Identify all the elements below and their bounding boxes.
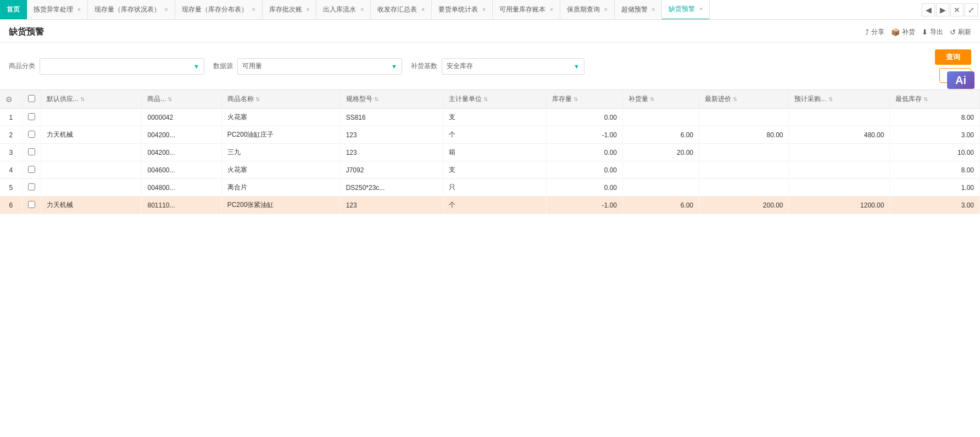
row-supplier: 力天机械: [41, 197, 142, 214]
tab-close-icon[interactable]: ×: [482, 7, 486, 13]
replenish-basis-value: 安全库存: [447, 61, 473, 71]
tab-label: 拣货异常处理: [34, 5, 73, 14]
tab-collect-summary[interactable]: 收发存汇总表×: [371, 0, 432, 20]
tab-batch-account[interactable]: 库存批次账×: [263, 0, 317, 20]
row-spec: J7092: [340, 161, 443, 179]
row-min-stock: 8.00: [890, 109, 980, 126]
col-stock: 库存量 ⇅: [547, 90, 623, 109]
sort-est-purchase-icon[interactable]: ⇅: [828, 96, 833, 102]
row-latest-price: [699, 109, 789, 126]
tab-close-icon[interactable]: ×: [252, 7, 255, 13]
filter-bar: 商品分类 ▼ 数据源 可用量 ▼ 补货基数 安全库存 ▼ 查询 设置: [0, 43, 980, 89]
row-product-code: 004200...: [142, 126, 221, 144]
row-checkbox[interactable]: [28, 201, 35, 208]
tab-next-btn[interactable]: ▶: [936, 3, 949, 16]
sort-spec-icon[interactable]: ⇅: [374, 96, 378, 102]
row-stock: -1.00: [547, 197, 623, 214]
row-checkbox[interactable]: [28, 166, 35, 173]
tab-home[interactable]: 首页: [0, 0, 27, 20]
row-est-purchase: 480.00: [789, 126, 890, 144]
row-checkbox[interactable]: [28, 148, 35, 155]
tab-in-out-flow[interactable]: 出入库流水×: [316, 0, 371, 20]
row-stock: 0.00: [547, 109, 623, 126]
row-est-purchase: 1200.00: [789, 197, 890, 214]
export-btn[interactable]: ⬇ 导出: [922, 27, 943, 37]
row-latest-price: [699, 144, 789, 161]
row-checkbox-cell: [22, 161, 41, 179]
tab-label: 现存量（库存分布表）: [182, 5, 248, 14]
col-min-stock-label: 最低库存: [895, 94, 922, 104]
row-checkbox[interactable]: [28, 131, 35, 138]
sort-product-code-icon[interactable]: ⇅: [168, 96, 172, 102]
tab-shortage[interactable]: 缺货预警×: [662, 0, 710, 20]
replenish-icon: 📦: [891, 28, 900, 36]
row-checkbox-cell: [22, 126, 41, 144]
table-row: 5 004800... 离合片 DS250*23c... 只 0.00 1.00: [0, 179, 980, 197]
row-replenish: 6.00: [623, 197, 699, 214]
sort-supplier-icon[interactable]: ⇅: [80, 96, 85, 102]
gear-icon[interactable]: ⚙: [5, 95, 13, 104]
row-checkbox-cell: [22, 179, 41, 197]
row-product-code: 0000042: [142, 109, 221, 126]
tab-close-icon[interactable]: ×: [77, 7, 81, 13]
tab-close-icon[interactable]: ×: [165, 7, 168, 13]
datasource-select[interactable]: 可用量 ▼: [237, 58, 402, 75]
row-min-stock: 10.00: [890, 144, 980, 161]
tab-overstock[interactable]: 超储预警×: [615, 0, 662, 20]
tab-abnormal[interactable]: 拣货异常处理×: [27, 0, 88, 20]
tab-avail-ledger[interactable]: 可用量库存账本×: [493, 0, 560, 20]
tab-prev-btn[interactable]: ◀: [922, 3, 935, 16]
tab-label: 可用量库存账本: [499, 5, 545, 14]
row-no: 6: [0, 197, 22, 214]
sort-replenish-icon[interactable]: ⇅: [650, 96, 654, 102]
row-checkbox[interactable]: [28, 113, 35, 120]
col-unit: 主计量单位 ⇅: [443, 90, 547, 109]
sort-min-stock-icon[interactable]: ⇅: [923, 96, 928, 102]
tab-order-stats[interactable]: 要货单统计表×: [432, 0, 493, 20]
tab-close-icon[interactable]: ×: [421, 7, 425, 13]
row-no: 5: [0, 179, 22, 197]
row-no: 3: [0, 144, 22, 161]
table-body: 1 0000042 火花塞 SS816 支 0.00 8.00 2 力天机械 0…: [0, 109, 980, 214]
category-select[interactable]: ▼: [40, 58, 204, 75]
share-icon: ⤴: [865, 28, 869, 36]
col-product-name-label: 商品名称: [227, 94, 254, 104]
replenish-btn[interactable]: 📦 补货: [891, 27, 915, 37]
tab-close-all-btn[interactable]: ✕: [950, 3, 964, 16]
tab-close-icon[interactable]: ×: [604, 7, 608, 13]
sort-stock-icon[interactable]: ⇅: [573, 96, 578, 102]
tab-close-icon[interactable]: ×: [307, 7, 310, 13]
row-unit: 支: [443, 161, 547, 179]
tab-expiry-query[interactable]: 保质期查询×: [560, 0, 615, 20]
tab-label: 超储预警: [621, 5, 648, 14]
row-product-code: 801110...: [142, 197, 221, 214]
ai-badge[interactable]: Ai: [947, 71, 975, 89]
tab-stock-status[interactable]: 现存量（库存状况表）×: [88, 0, 175, 20]
query-button[interactable]: 查询: [935, 49, 971, 65]
row-unit: 支: [443, 109, 547, 126]
row-spec: SS816: [340, 109, 443, 126]
sort-latest-price-icon[interactable]: ⇅: [733, 96, 737, 102]
select-all-checkbox[interactable]: [28, 95, 35, 102]
row-supplier: [41, 179, 142, 197]
col-unit-label: 主计量单位: [449, 94, 482, 104]
row-min-stock: 3.00: [890, 197, 980, 214]
tab-expand-btn[interactable]: ⤢: [965, 3, 978, 16]
col-product-code-label: 商品...: [147, 94, 166, 104]
tab-close-icon[interactable]: ×: [652, 7, 655, 13]
tab-close-icon[interactable]: ×: [360, 7, 364, 13]
sort-product-name-icon[interactable]: ⇅: [255, 96, 260, 102]
replenish-basis-select[interactable]: 安全库存 ▼: [442, 58, 584, 75]
row-checkbox[interactable]: [28, 183, 35, 191]
row-no: 2: [0, 126, 22, 144]
tab-stock-dist[interactable]: 现存量（库存分布表）×: [175, 0, 263, 20]
refresh-btn[interactable]: ↺ 刷新: [950, 27, 971, 37]
tab-close-icon[interactable]: ×: [550, 7, 553, 13]
sort-unit-icon[interactable]: ⇅: [483, 96, 488, 102]
row-min-stock: 1.00: [890, 179, 980, 197]
share-btn[interactable]: ⤴ 分享: [865, 27, 884, 37]
row-product-code: 004200...: [142, 144, 221, 161]
col-spec: 规格型号 ⇅: [340, 90, 443, 109]
tab-close-icon[interactable]: ×: [699, 6, 703, 12]
category-label: 商品分类: [9, 61, 35, 71]
